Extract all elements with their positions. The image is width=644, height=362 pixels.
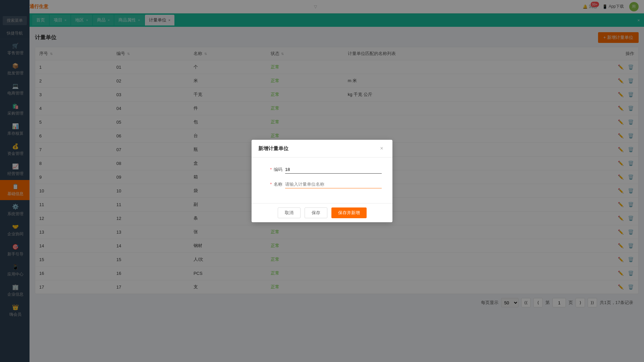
name-required: * bbox=[270, 182, 272, 187]
save-button[interactable]: 保存 bbox=[305, 207, 327, 218]
name-form-row: * 名称 bbox=[262, 180, 382, 188]
modal-close-button[interactable]: × bbox=[378, 144, 386, 153]
name-label: * 名称 bbox=[262, 181, 282, 187]
modal-footer: 取消 保存 保存并新增 bbox=[252, 203, 392, 222]
code-input[interactable] bbox=[285, 166, 382, 174]
modal-overlay[interactable]: 新增计量单位 × * 编码 * 名称 取消 保存 保存并新增 bbox=[0, 0, 644, 362]
code-form-row: * 编码 bbox=[262, 166, 382, 174]
add-measure-unit-modal: 新增计量单位 × * 编码 * 名称 取消 保存 保存并新增 bbox=[252, 140, 392, 222]
modal-body: * 编码 * 名称 bbox=[252, 158, 392, 203]
modal-title: 新增计量单位 bbox=[258, 145, 288, 152]
code-label: * 编码 bbox=[262, 167, 282, 173]
code-required: * bbox=[270, 167, 272, 172]
save-and-new-button[interactable]: 保存并新增 bbox=[331, 207, 367, 218]
modal-header: 新增计量单位 × bbox=[252, 140, 392, 158]
cancel-button[interactable]: 取消 bbox=[278, 207, 301, 218]
name-input[interactable] bbox=[285, 180, 382, 188]
